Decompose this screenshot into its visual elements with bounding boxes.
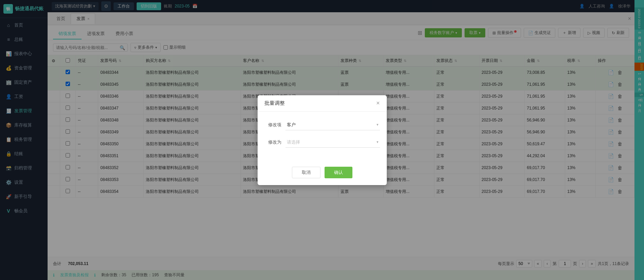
modal-change-select[interactable]: 请选择 ▾	[285, 137, 380, 148]
modal-change-placeholder: 请选择	[287, 139, 300, 145]
modal-cancel-btn[interactable]: 取消	[292, 167, 320, 178]
modal-footer: 取消 确认	[258, 163, 387, 185]
modal-overlay[interactable]: 批量调整 × 修改项 客户 ▾ 修改为 请选择 ▾ 取消 确认	[0, 0, 644, 280]
modal-change-chevron-icon: ▾	[377, 140, 379, 144]
modal-header: 批量调整 ×	[258, 95, 387, 112]
modal-change-row: 修改为 请选择 ▾	[264, 137, 380, 148]
modal-title: 批量调整	[264, 100, 285, 106]
modal-confirm-btn[interactable]: 确认	[325, 167, 352, 178]
batch-adjust-modal: 批量调整 × 修改项 客户 ▾ 修改为 请选择 ▾ 取消 确认	[258, 95, 387, 185]
modal-field-chevron-icon: ▾	[377, 122, 379, 127]
modal-body: 修改项 客户 ▾ 修改为 请选择 ▾	[258, 112, 387, 163]
modal-field-select[interactable]: 客户 ▾	[285, 120, 380, 130]
modal-field-value: 客户	[287, 122, 296, 128]
modal-close-btn[interactable]: ×	[376, 100, 380, 106]
modal-change-label: 修改为	[264, 139, 281, 145]
modal-field-label: 修改项	[264, 122, 281, 128]
modal-field-row: 修改项 客户 ▾	[264, 120, 380, 130]
